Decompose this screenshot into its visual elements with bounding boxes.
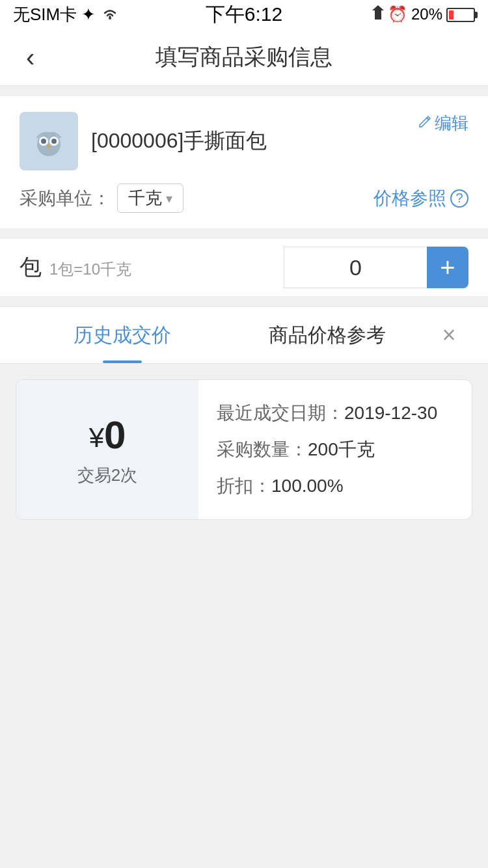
status-left: 无SIM卡 ✦ (13, 3, 119, 26)
quantity-controls: 0 + (284, 247, 468, 288)
close-icon: × (442, 321, 455, 349)
unit-value: 千克 (128, 187, 162, 210)
quantity-row: 包 1包=10千克 0 + (0, 239, 488, 296)
product-unit-row: 采购单位： 千克 ▾ 价格参照 ? (20, 183, 468, 213)
discount-value: 100.00% (271, 476, 344, 496)
quantity-plus-button[interactable]: + (427, 247, 468, 288)
section-divider (0, 228, 488, 239)
tab-price-reference[interactable]: 商品价格参考 (224, 307, 429, 363)
nav-bar: ‹ 填写商品采购信息 (0, 29, 488, 86)
product-header: [0000006]手撕面包 编辑 (20, 112, 468, 170)
recent-date-row: 最近成交日期：2019-12-30 (217, 400, 454, 427)
tab-close-button[interactable]: × (429, 316, 468, 355)
discount-label: 折扣： (217, 476, 271, 496)
main-content: 历史成交价 商品价格参考 × ¥0 交易2次 最近成交日期：2019-12-30… (0, 306, 488, 827)
edit-button[interactable]: 编辑 (418, 112, 468, 135)
price-ref-label: 价格参照 (373, 186, 446, 211)
price-display: ¥0 (89, 413, 126, 457)
product-image (20, 112, 78, 170)
product-card: [0000006]手撕面包 编辑 采购单位： 千克 ▾ 价格参照 ? (0, 96, 488, 228)
status-right: ⏰ 20% (372, 5, 475, 23)
product-name: [0000006]手撕面包 (91, 127, 267, 156)
alarm-icon: ⏰ (388, 5, 407, 23)
price-card: ¥0 交易2次 最近成交日期：2019-12-30 采购数量：200千克 折扣：… (16, 379, 472, 520)
location-icon (372, 5, 384, 23)
price-ref-button[interactable]: 价格参照 ? (373, 186, 468, 211)
edit-icon (418, 113, 432, 133)
battery-percentage: 20% (411, 5, 442, 23)
purchase-qty-value: 200千克 (308, 439, 375, 459)
svg-point-0 (109, 17, 111, 20)
purchase-qty-row: 采购数量：200千克 (217, 436, 454, 463)
svg-point-5 (51, 139, 57, 144)
currency-symbol: ¥ (89, 422, 104, 453)
package-unit-info: 1包=10千克 (49, 259, 131, 280)
unit-select[interactable]: 千克 ▾ (117, 183, 183, 213)
trade-count: 交易2次 (77, 464, 137, 487)
tab-bar: 历史成交价 商品价格参考 × (0, 306, 488, 364)
carrier-text: 无SIM卡 ✦ (13, 3, 96, 26)
unit-left: 采购单位： 千克 ▾ (20, 183, 183, 213)
battery-icon (446, 5, 475, 23)
tab-history-price[interactable]: 历史成交价 (20, 307, 224, 363)
tab-active-indicator (103, 360, 142, 363)
chevron-down-icon: ▾ (166, 191, 172, 206)
product-left: [0000006]手撕面包 (20, 112, 267, 170)
recent-date-label: 最近成交日期： (217, 403, 344, 423)
quantity-input[interactable]: 0 (284, 247, 427, 288)
page-title: 填写商品采购信息 (156, 42, 332, 72)
package-unit-name: 包 (20, 252, 42, 282)
unit-label: 采购单位： (20, 186, 111, 211)
price-card-right: 最近成交日期：2019-12-30 采购数量：200千克 折扣：100.00% (198, 380, 472, 519)
wifi-icon (101, 5, 119, 25)
recent-date-value: 2019-12-30 (344, 403, 437, 423)
purchase-qty-label: 采购数量： (217, 439, 308, 459)
status-time: 下午6:12 (206, 1, 282, 28)
product-thumbnail (29, 122, 68, 161)
status-bar: 无SIM卡 ✦ 下午6:12 ⏰ 20% (0, 0, 488, 29)
question-icon: ? (450, 189, 468, 208)
tab-history-price-label: 历史成交价 (74, 322, 171, 349)
svg-point-4 (41, 139, 46, 144)
edit-label: 编辑 (435, 112, 468, 135)
price-value: 0 (104, 413, 126, 457)
discount-row: 折扣：100.00% (217, 472, 454, 500)
tab-price-reference-label: 商品价格参考 (269, 322, 386, 349)
quantity-label: 包 1包=10千克 (20, 252, 131, 282)
back-button[interactable]: ‹ (20, 38, 41, 77)
price-card-left: ¥0 交易2次 (16, 380, 198, 519)
